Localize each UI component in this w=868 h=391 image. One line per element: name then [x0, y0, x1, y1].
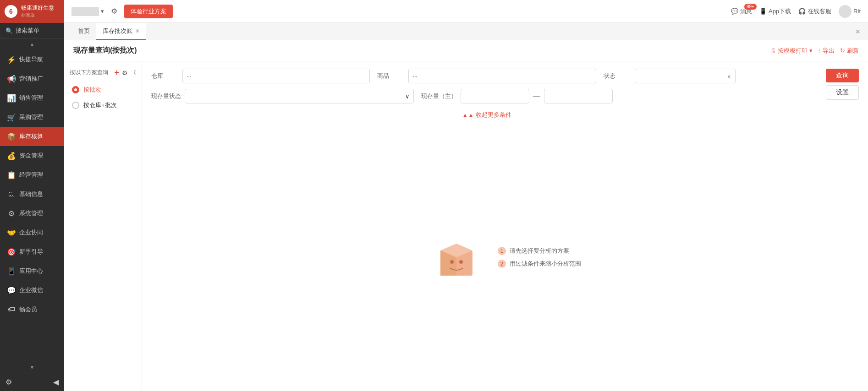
inv-main-from-input[interactable]: [461, 89, 529, 103]
inv-status-label: 现存量状态: [151, 92, 181, 100]
collapse-row[interactable]: ▲▲ 收起更多条件: [151, 107, 822, 123]
tab-batch-account[interactable]: 库存批次账 ✕: [96, 23, 146, 40]
filter-row-1: 仓库 ··· 商品 ···: [151, 69, 822, 83]
export-label: 导出: [823, 47, 835, 55]
search-icon: 🔍: [5, 27, 13, 34]
query-button[interactable]: 查询: [826, 69, 859, 82]
collapse-up-icon: ▲▲: [462, 112, 474, 119]
topbar-left: ▾ ⚙ 体验行业方案: [71, 5, 726, 18]
inv-main-to-input[interactable]: [544, 89, 613, 103]
tab-close-all-button[interactable]: ✕: [855, 28, 861, 35]
scheme-label: 按批次: [83, 86, 101, 94]
sidebar-header: 6 畅康通好生意 标准版: [0, 0, 64, 23]
inv-status-select[interactable]: ∨: [185, 89, 414, 103]
tab-right-actions: ✕: [855, 28, 861, 35]
status-chevron-icon: ∨: [727, 73, 731, 80]
sidebar-item-enterprise[interactable]: 🤝 企业协同: [0, 223, 64, 242]
refresh-button[interactable]: ↻ 刷新: [840, 47, 859, 55]
inventory-icon: 📦: [7, 132, 16, 141]
scheme-panel-header: 按以下方案查询 + ⚙ 《: [64, 66, 142, 82]
export-icon: ↑: [818, 47, 821, 54]
main-area: ▾ ⚙ 体验行业方案 💬 消息 99+ 📱 App下载 🎧 在线客服 Rit: [64, 0, 868, 391]
app-download-button[interactable]: 📱 App下载: [759, 7, 791, 16]
scheme-collapse-button[interactable]: 《: [131, 69, 136, 76]
sidebar-footer: ⚙ ◀: [0, 373, 64, 391]
scheme-item-by-batch[interactable]: 按批次: [64, 82, 142, 98]
message-badge: 99+: [744, 4, 757, 10]
message-button[interactable]: 💬 消息 99+: [731, 7, 752, 16]
topbar-right: 💬 消息 99+ 📱 App下载 🎧 在线客服 Rit: [731, 5, 861, 18]
wechat-icon: 💬: [7, 286, 16, 294]
tip-num-1: 1: [498, 247, 506, 255]
sidebar-item-label: 企业协同: [19, 228, 43, 237]
tip-text-2: 用过滤条件来缩小分析范围: [510, 260, 581, 268]
print-button[interactable]: 🖨 按模板打印 ▾: [770, 47, 813, 55]
filter-row-2: 现存量状态 ∨ 现存量（主）: [151, 89, 822, 103]
topbar-dropdown[interactable]: ▾: [71, 7, 104, 16]
topbar-settings-button[interactable]: ⚙: [108, 5, 121, 18]
sidebar-item-purchase[interactable]: 🛒 采购管理: [0, 108, 64, 127]
warehouse-input[interactable]: ···: [182, 69, 370, 83]
sidebar-item-member[interactable]: 🏷 畅会员: [0, 300, 64, 319]
filter-top-area: 仓库 ··· 商品 ···: [142, 61, 868, 123]
sidebar-item-basic[interactable]: 🗂 基础信息: [0, 185, 64, 204]
sidebar-item-label: 资金管理: [19, 152, 43, 160]
sidebar-item-label: 企业微信: [19, 286, 43, 294]
scheme-add-button[interactable]: +: [114, 68, 119, 77]
quick-nav-icon: ⚡: [7, 55, 16, 64]
tabs-bar: 首页 库存批次账 ✕ ✕: [64, 23, 868, 40]
sidebar-item-operation[interactable]: 📋 经营管理: [0, 165, 64, 185]
trial-button[interactable]: 体验行业方案: [124, 5, 173, 18]
filter-area: 按以下方案查询 + ⚙ 《 按批次: [64, 61, 868, 391]
scheme-radio-filled: [71, 86, 80, 94]
sidebar-item-apps[interactable]: 📱 应用中心: [0, 261, 64, 281]
sales-icon: 📊: [7, 94, 16, 102]
customer-service-button[interactable]: 🎧 在线客服: [798, 7, 831, 16]
filter-main: 仓库 ··· 商品 ···: [142, 61, 868, 391]
sidebar-item-label: 新手引导: [19, 248, 43, 256]
sidebar-item-wechat[interactable]: 💬 企业微信: [0, 281, 64, 300]
sidebar-settings-button[interactable]: ⚙: [5, 378, 12, 386]
sidebar-scroll-down[interactable]: ▼: [0, 362, 64, 373]
scheme-settings-button[interactable]: ⚙: [122, 69, 128, 76]
operation-icon: 📋: [7, 171, 16, 179]
sidebar-scroll-up[interactable]: ▲: [0, 39, 64, 50]
scheme-radio-empty: [71, 101, 80, 109]
search-menu[interactable]: 🔍 搜索菜单: [0, 23, 64, 39]
sidebar-logo: 6: [5, 5, 17, 18]
empty-box-svg: [431, 232, 482, 282]
scheme-item-by-warehouse-batch[interactable]: 按仓库+批次: [64, 98, 142, 113]
warehouse-dots: ···: [187, 73, 192, 80]
page-title: 现存量查询(按批次): [73, 46, 137, 55]
collapse-label: 收起更多条件: [476, 111, 511, 119]
svg-point-4: [450, 260, 454, 264]
sidebar-nav: ⚡ 快捷导航 📢 营销推广 📊 销售管理 🛒 采购管理 📦 库存核算 💰 资金管…: [0, 50, 64, 362]
product-input[interactable]: ···: [408, 69, 596, 83]
sidebar-item-system[interactable]: ⚙ 系统管理: [0, 204, 64, 223]
filter-group-inv-main: 现存量（主） —: [421, 89, 684, 103]
apps-icon: 📱: [7, 267, 16, 275]
user-menu[interactable]: Rit: [839, 5, 861, 18]
settings-button[interactable]: 设置: [826, 85, 859, 100]
sidebar-item-finance[interactable]: 💰 资金管理: [0, 146, 64, 165]
scheme-panel: 按以下方案查询 + ⚙ 《 按批次: [64, 61, 142, 391]
sidebar: 6 畅康通好生意 标准版 🔍 搜索菜单 ▲ ⚡ 快捷导航 📢 营销推广 📊 销售…: [0, 0, 64, 391]
sidebar-item-sales[interactable]: 📊 销售管理: [0, 88, 64, 108]
sidebar-item-quick-nav[interactable]: ⚡ 快捷导航: [0, 50, 64, 69]
app-version: 标准版: [21, 12, 54, 18]
sidebar-item-label: 库存核算: [19, 132, 43, 141]
empty-illustration: [429, 230, 484, 285]
status-select[interactable]: ∨: [635, 69, 736, 83]
sidebar-item-inventory[interactable]: 📦 库存核算: [0, 127, 64, 146]
tab-home[interactable]: 首页: [71, 23, 96, 40]
tip-text-1: 请先选择要分析的方案: [510, 247, 569, 255]
basic-icon: 🗂: [7, 190, 16, 198]
export-button[interactable]: ↑ 导出: [818, 47, 835, 55]
sidebar-item-marketing[interactable]: 📢 营销推广: [0, 69, 64, 88]
tab-close-button[interactable]: ✕: [135, 28, 140, 34]
page-content: 现存量查询(按批次) 🖨 按模板打印 ▾ ↑ 导出 ↻ 刷新: [64, 40, 868, 391]
sidebar-collapse-button[interactable]: ◀: [53, 378, 59, 386]
empty-tips: 1 请先选择要分析的方案 2 用过滤条件来缩小分析范围: [498, 247, 581, 268]
print-chevron-icon: ▾: [809, 47, 813, 54]
sidebar-item-newbie[interactable]: 🎯 新手引导: [0, 242, 64, 261]
